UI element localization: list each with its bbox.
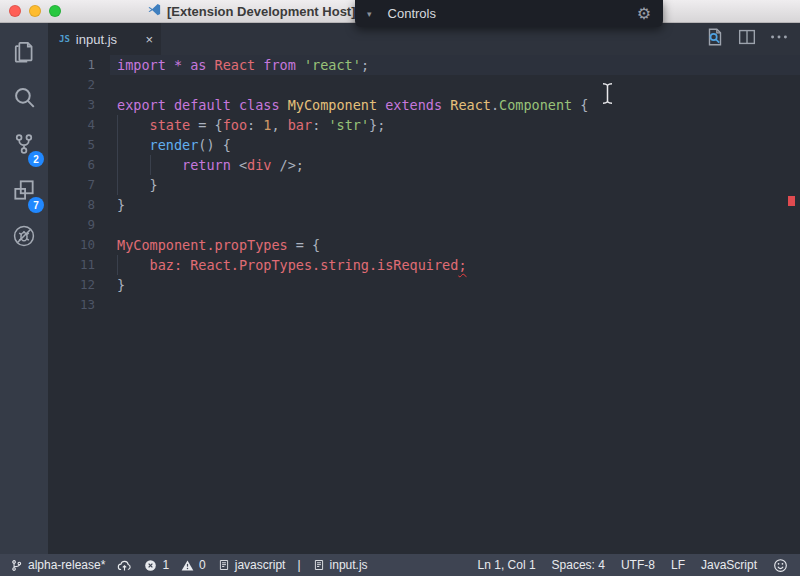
status-eol[interactable]: LF [671, 558, 685, 572]
close-window-button[interactable] [9, 5, 21, 17]
status-warnings[interactable]: 0 [181, 558, 206, 572]
line-content [110, 75, 117, 95]
code-line-3[interactable]: 3export default class MyComponent extend… [48, 95, 800, 115]
status-label: javascript [235, 558, 286, 572]
code-line-1[interactable]: 1import * as React from 'react'; [48, 55, 800, 75]
code-token: = { [288, 237, 321, 253]
status-label: JavaScript [701, 558, 757, 572]
indent-guide [117, 155, 118, 175]
status-language-mode[interactable]: JavaScript [701, 558, 757, 572]
activity-bar: 27 [0, 23, 48, 554]
indent-guide [117, 115, 118, 135]
status-indentation[interactable]: Spaces: 4 [552, 558, 605, 572]
gear-icon[interactable]: ⚙ [637, 6, 651, 22]
code-line-12[interactable]: 12} [48, 275, 800, 295]
chevron-down-icon[interactable]: ▾ [367, 9, 372, 19]
code-token: } [117, 277, 125, 293]
line-number: 2 [48, 75, 110, 95]
line-content: return <div />; [110, 155, 304, 175]
error-mark [788, 196, 795, 206]
line-number: 6 [48, 155, 110, 175]
explorer-icon [11, 39, 37, 69]
code-editor[interactable]: 1import * as React from 'react';23export… [48, 55, 800, 554]
code-token: () { [198, 137, 231, 153]
activity-item-explorer[interactable] [0, 31, 48, 77]
code-line-7[interactable]: 7 } [48, 175, 800, 195]
status-git-branch[interactable]: alpha-release* [10, 558, 105, 572]
debug-icon [11, 223, 37, 253]
code-token: ; [361, 57, 369, 73]
code-token [117, 137, 150, 153]
line-number: 9 [48, 215, 110, 235]
status-encoding[interactable]: UTF-8 [621, 558, 655, 572]
more-actions-button[interactable] [766, 26, 792, 52]
line-content: export default class MyComponent extends… [110, 95, 588, 115]
status-linter-language[interactable]: javascript [218, 558, 286, 572]
line-number: 12 [48, 275, 110, 295]
activity-item-source-control[interactable]: 2 [0, 123, 48, 169]
code-token: { [572, 97, 588, 113]
zoom-window-button[interactable] [49, 5, 61, 17]
code-token: : [312, 117, 328, 133]
status-label: alpha-release* [28, 558, 105, 572]
code-token: : [247, 117, 263, 133]
search-icon [11, 85, 37, 115]
code-token: bar [288, 117, 312, 133]
open-preview-button[interactable] [702, 26, 728, 52]
split-editor-icon [736, 26, 758, 52]
minimize-window-button[interactable] [29, 5, 41, 17]
line-content: } [110, 175, 158, 195]
code-token: React [215, 57, 256, 73]
code-token: } [117, 197, 125, 213]
line-number: 7 [48, 175, 110, 195]
code-line-9[interactable]: 9 [48, 215, 800, 235]
status-errors[interactable]: 1 [144, 558, 169, 572]
code-token: < [231, 157, 247, 173]
code-token: export default class [117, 97, 288, 113]
line-content: state = {foo: 1, bar: 'str'}; [110, 115, 385, 135]
code-token: baz: React.PropTypes.string.isRequired [150, 257, 459, 273]
tab-close-icon[interactable]: × [145, 32, 153, 47]
line-number: 3 [48, 95, 110, 115]
code-line-6[interactable]: 6 return <div />; [48, 155, 800, 175]
line-number: 5 [48, 135, 110, 155]
smiley-icon [773, 558, 788, 573]
code-line-8[interactable]: 8} [48, 195, 800, 215]
indent-guide [150, 155, 151, 175]
overview-ruler[interactable] [786, 55, 800, 554]
git-branch-small-icon [10, 559, 23, 572]
code-line-13[interactable]: 13 [48, 295, 800, 315]
code-token: MyComponent.propTypes [117, 237, 288, 253]
line-number: 1 [48, 55, 110, 75]
status-publish[interactable] [117, 558, 132, 573]
window-title: [Extension Development Host] - [167, 4, 363, 19]
status-label: LF [671, 558, 685, 572]
code-token: } [117, 177, 158, 193]
javascript-file-icon: JS [59, 34, 70, 44]
status-feedback[interactable] [773, 558, 788, 573]
code-line-4[interactable]: 4 state = {foo: 1, bar: 'str'}; [48, 115, 800, 135]
code-line-2[interactable]: 2 [48, 75, 800, 95]
indent-guide [117, 255, 118, 275]
status-bar: alpha-release*10javascript|input.js Ln 1… [0, 554, 800, 576]
code-line-5[interactable]: 5 render() { [48, 135, 800, 155]
status-cursor-position[interactable]: Ln 1, Col 1 [478, 558, 536, 572]
code-line-10[interactable]: 10MyComponent.propTypes = { [48, 235, 800, 255]
tab-input-js[interactable]: JS input.js × [48, 23, 161, 55]
line-content: MyComponent.propTypes = { [110, 235, 320, 255]
code-token: from [263, 57, 296, 73]
activity-item-search[interactable] [0, 77, 48, 123]
code-token: ; [458, 257, 466, 273]
line-number: 8 [48, 195, 110, 215]
status-linter-file[interactable]: input.js [313, 558, 368, 572]
status-label: | [297, 558, 300, 572]
traffic-lights [0, 5, 61, 17]
split-editor-button[interactable] [734, 26, 760, 52]
code-line-11[interactable]: 11 baz: React.PropTypes.string.isRequire… [48, 255, 800, 275]
controls-overlay-window: ▾ Controls ⚙ [355, 0, 663, 27]
code-token: . [491, 97, 499, 113]
file-note-icon [313, 559, 325, 571]
activity-item-debug[interactable] [0, 215, 48, 261]
activity-item-extensions[interactable]: 7 [0, 169, 48, 215]
line-content: baz: React.PropTypes.string.isRequired; [110, 255, 467, 275]
